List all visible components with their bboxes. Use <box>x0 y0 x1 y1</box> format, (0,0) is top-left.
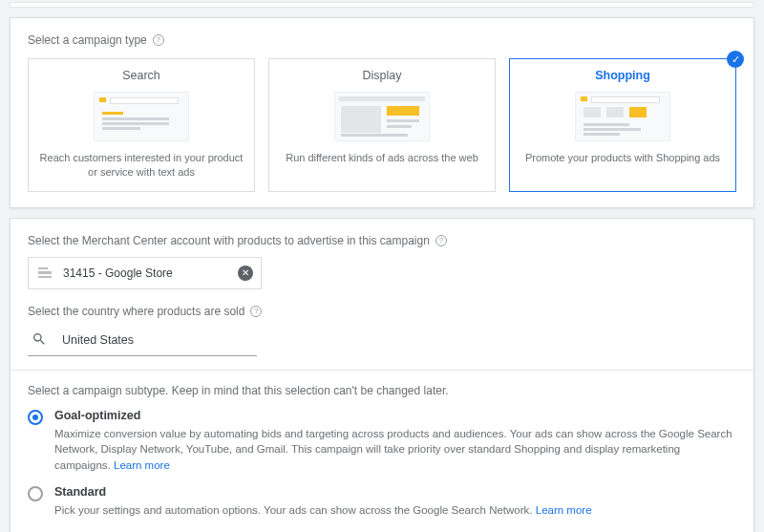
radio-desc: Maximize conversion value by automating … <box>54 426 736 474</box>
display-thumb-icon <box>334 92 430 141</box>
radio-title: Goal-optimized <box>54 409 736 422</box>
shopping-thumb-icon <box>575 92 670 141</box>
merchant-account-select[interactable]: 31415 - Google Store ✕ <box>28 257 262 289</box>
subtype-label-text: Select a campaign subtype. Keep in mind … <box>28 384 449 397</box>
campaign-type-label: Select a campaign type ? <box>28 33 736 47</box>
search-icon <box>32 331 47 350</box>
divider <box>11 370 753 371</box>
radio-desc: Pick your settings and automation option… <box>54 502 592 519</box>
campaign-card-shopping[interactable]: ✓ Shopping Promote your products with Sh… <box>509 58 736 192</box>
help-icon[interactable]: ? <box>153 34 164 46</box>
help-icon[interactable]: ? <box>250 306 262 317</box>
select-campaign-type-panel: Select a campaign type ? Search Reach cu… <box>10 17 754 208</box>
learn-more-link[interactable]: Learn more <box>114 459 170 471</box>
merchant-label-text: Select the Merchant Center account with … <box>28 234 430 247</box>
campaign-settings-panel: Select the Merchant Center account with … <box>10 218 754 532</box>
country-value: United States <box>62 333 134 347</box>
card-desc: Reach customers interested in your produ… <box>36 151 246 180</box>
merchant-icon <box>38 267 53 279</box>
card-title: Display <box>277 69 487 82</box>
card-desc: Run different kinds of ads across the we… <box>277 151 487 165</box>
country-label-text: Select the country where products are so… <box>28 305 244 318</box>
top-strip <box>10 2 754 8</box>
merchant-account-value: 31415 - Google Store <box>63 266 228 280</box>
merchant-label: Select the Merchant Center account with … <box>28 234 736 247</box>
card-title: Shopping <box>518 69 728 82</box>
subtype-label: Select a campaign subtype. Keep in mind … <box>28 384 736 397</box>
campaign-type-label-text: Select a campaign type <box>28 33 147 47</box>
subtype-standard[interactable]: Standard Pick your settings and automati… <box>28 485 736 519</box>
radio-icon <box>28 486 43 501</box>
search-thumb-icon <box>94 92 189 141</box>
radio-title: Standard <box>54 485 592 499</box>
campaign-type-cards: Search Reach customers interested in you… <box>28 58 736 192</box>
country-select[interactable]: United States <box>28 326 257 356</box>
card-title: Search <box>36 69 246 82</box>
campaign-card-display[interactable]: Display Run different kinds of ads acros… <box>268 58 496 192</box>
campaign-card-search[interactable]: Search Reach customers interested in you… <box>28 58 255 192</box>
country-label: Select the country where products are so… <box>28 305 736 318</box>
help-icon[interactable]: ? <box>435 235 447 246</box>
subtype-goal-optimized[interactable]: Goal-optimized Maximize conversion value… <box>28 409 736 474</box>
clear-icon[interactable]: ✕ <box>238 266 253 281</box>
radio-desc-text: Pick your settings and automation option… <box>54 504 533 516</box>
learn-more-link[interactable]: Learn more <box>536 504 592 516</box>
card-desc: Promote your products with Shopping ads <box>518 151 728 165</box>
radio-icon <box>28 410 43 425</box>
checkmark-icon: ✓ <box>727 51 744 68</box>
